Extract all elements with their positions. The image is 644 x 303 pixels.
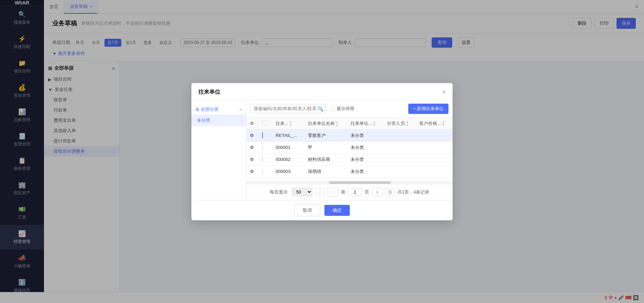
partner-table: ⚙ 往来...▲▼ 往来单位名称▲▼ 往来单位...▲▼ 分管人员▲▼ 客户价格… <box>246 118 453 178</box>
row-category: 未分类 <box>347 129 384 141</box>
row-check[interactable] <box>259 129 272 141</box>
row-settings: ⚙ <box>246 165 259 177</box>
show-disabled-label: 显示停用 <box>336 106 354 112</box>
row-price-group <box>416 153 453 165</box>
row-price-group <box>416 129 453 141</box>
dialog-table-panel: 🔍 显示停用 + 新增往来单位 ⚙ 往来...▲▼ 往来单位名称▲▼ <box>246 100 453 200</box>
dialog-category-panel: ⊞ 全部分类 « 未分类 <box>191 100 246 200</box>
row-price-group <box>416 165 453 177</box>
page-prev-btn[interactable]: ＜ <box>327 188 338 197</box>
row-name: 甲 <box>304 141 347 153</box>
table-scrollbar[interactable] <box>246 181 453 184</box>
table-row[interactable]: ⚙ 000003 张萌得 未分类 <box>246 165 453 177</box>
row-manager <box>384 165 416 177</box>
page-input[interactable] <box>348 188 362 196</box>
per-page-select[interactable]: 50 100 200 <box>292 188 312 196</box>
category-title-area: ⊞ 全部分类 <box>196 106 219 113</box>
dialog-footer: 取消 确定 <box>191 200 453 220</box>
row-manager <box>384 153 416 165</box>
per-page-label: 每页显示 <box>270 189 288 195</box>
dialog-header: 往来单位 × <box>191 83 453 100</box>
search-icon: 🔍 <box>318 106 323 112</box>
row-manager <box>384 129 416 141</box>
show-disabled-checkbox[interactable] <box>330 106 335 111</box>
row-check[interactable] <box>259 165 272 177</box>
row-name: 零散客户 <box>304 129 347 141</box>
search-wrapper: 🔍 <box>251 104 326 113</box>
row-settings: ⚙ <box>246 129 259 141</box>
show-disabled-toggle[interactable]: 显示停用 <box>330 106 354 112</box>
dialog-category-header: ⊞ 全部分类 « <box>191 104 246 115</box>
page-next-btn[interactable]: ＞ <box>372 188 382 197</box>
col-name: 往来单位名称▲▼ <box>304 118 347 130</box>
collapse-category-icon[interactable]: « <box>240 107 242 112</box>
category-header-label: 全部分类 <box>201 106 219 113</box>
row-price-group <box>416 141 453 153</box>
col-settings: ⚙ <box>246 118 259 130</box>
row-check[interactable] <box>259 141 272 153</box>
page-label: 第 <box>341 189 345 195</box>
row-code: 000003 <box>272 165 304 177</box>
row-settings: ⚙ <box>246 153 259 165</box>
row-code: 000001 <box>272 141 304 153</box>
col-manager: 分管人员▲▼ <box>384 118 416 130</box>
dialog-toolbar: 🔍 显示停用 + 新增往来单位 <box>246 100 453 118</box>
row-name: 张萌得 <box>304 165 347 177</box>
partner-search-input[interactable] <box>251 104 326 113</box>
page-first-btn[interactable]: ⟨⟨ <box>315 188 325 196</box>
row-code: RETAIL_... <box>272 129 304 141</box>
dialog-title: 往来单位 <box>198 89 220 96</box>
row-settings: ⚙ <box>246 141 259 153</box>
cancel-button[interactable]: 取消 <box>294 205 320 216</box>
table-row[interactable]: ⚙ 000001 甲 未分类 <box>246 141 453 153</box>
row-check[interactable] <box>259 153 272 165</box>
dialog-body: ⊞ 全部分类 « 未分类 🔍 显示停用 + 新增往来单位 <box>191 100 453 200</box>
table-row[interactable]: ⚙ RETAIL_... 零散客户 未分类 <box>246 129 453 141</box>
table-row[interactable]: ⚙ 000002 材料供应商 未分类 <box>246 153 453 165</box>
row-name: 材料供应商 <box>304 153 347 165</box>
grid-icon-small: ⊞ <box>196 107 199 112</box>
col-category: 往来单位...▲▼ <box>347 118 384 130</box>
dialog-close-icon[interactable]: × <box>442 89 446 96</box>
partner-dialog: 往来单位 × ⊞ 全部分类 « 未分类 🔍 <box>191 83 453 220</box>
add-partner-button[interactable]: + 新增往来单位 <box>408 104 448 114</box>
category-item-uncategorized[interactable]: 未分类 <box>191 115 246 126</box>
row-manager <box>384 141 416 153</box>
row-category: 未分类 <box>347 165 384 177</box>
col-price-group: 客户价格...▲▼ <box>416 118 453 130</box>
col-code: 往来...▲▼ <box>272 118 304 130</box>
total-label: 共1页，4条记录 <box>398 189 429 195</box>
confirm-button[interactable]: 确定 <box>324 205 350 216</box>
col-check <box>259 118 272 130</box>
page-last-btn[interactable]: ⟩⟩ <box>385 188 395 196</box>
table-header-row: ⚙ 往来...▲▼ 往来单位名称▲▼ 往来单位...▲▼ 分管人员▲▼ 客户价格… <box>246 118 453 130</box>
row-category: 未分类 <box>347 141 384 153</box>
dialog-table: ⚙ 往来...▲▼ 往来单位名称▲▼ 往来单位...▲▼ 分管人员▲▼ 客户价格… <box>246 118 453 181</box>
page-suffix: 页 <box>365 189 369 195</box>
row-code: 000002 <box>272 153 304 165</box>
row-category: 未分类 <box>347 153 384 165</box>
category-item-label: 未分类 <box>197 118 210 123</box>
scrollbar-thumb[interactable] <box>329 181 391 184</box>
dialog-pagination: 每页显示 50 100 200 ⟨⟨ ＜ 第 页 ＞ ⟩⟩ 共1页，4条记录 <box>246 184 453 200</box>
